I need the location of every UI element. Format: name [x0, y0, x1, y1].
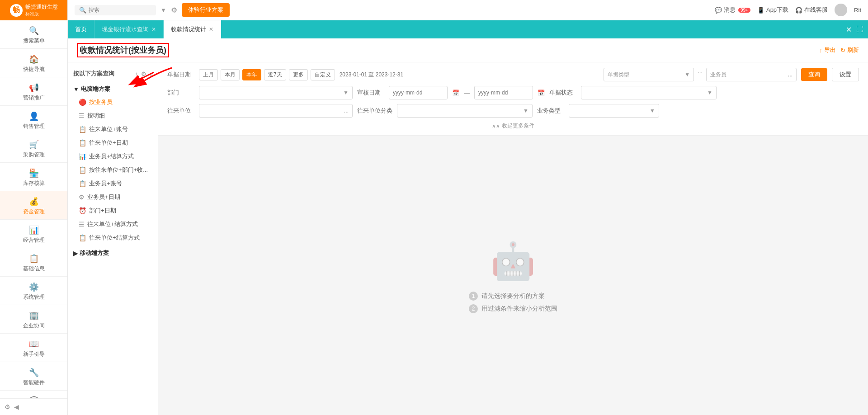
mobile-scheme-group: ▶ 移动端方案 — [68, 247, 158, 259]
query-button[interactable]: 查询 — [801, 68, 827, 81]
export-btn[interactable]: ↑ 导出 — [820, 46, 836, 54]
document-status-select[interactable]: ▼ — [581, 86, 717, 99]
scheme-item-by-salesperson[interactable]: 🔴 按业务员 — [68, 95, 158, 109]
sidebar-item-sales[interactable]: 👤 销售管理 — [0, 106, 67, 134]
tab-bank-flow[interactable]: 现金银行流水查询 ✕ — [94, 20, 164, 38]
sidebar-item-quick-nav[interactable]: 🏠 快捷导航 — [0, 49, 67, 77]
scheme-item-by-unit-date[interactable]: 📋 往来单位+日期 — [68, 136, 158, 150]
left-panel-settings-btn[interactable]: ⚙ — [141, 71, 146, 77]
tab-fullscreen-btn[interactable]: ⛶ — [856, 25, 863, 33]
scheme-item-by-detail[interactable]: ☰ 按明细 — [68, 109, 158, 123]
date-btn-this-month[interactable]: 本月 — [221, 69, 240, 80]
filter-settings-button[interactable]: 设置 — [832, 68, 859, 81]
tip-text-1: 请先选择要分析的方案 — [481, 292, 545, 300]
scheme-item-by-salesperson-settlement[interactable]: 📊 业务员+结算方式 — [68, 150, 158, 163]
calendar-end-icon[interactable]: 📅 — [538, 90, 545, 96]
sidebar-item-guide[interactable]: 📖 新手引导 — [0, 334, 67, 362]
scheme-item-by-salesperson-account[interactable]: 📋 业务员+账号 — [68, 177, 158, 190]
scheme-item-by-unit-settlement1[interactable]: ☰ 往来单位+结算方式 — [68, 217, 158, 231]
topbar-dropdown-arrow[interactable]: ▼ — [160, 7, 166, 14]
tab-collection-close[interactable]: ✕ — [209, 26, 213, 33]
scheme-item-by-unit-account[interactable]: 📋 往来单位+账号 — [68, 123, 158, 136]
date-btn-custom[interactable]: 自定义 — [311, 69, 335, 80]
sidebar-item-finance[interactable]: 💰 资金管理 — [0, 191, 67, 220]
sidebar-item-basics[interactable]: 📋 基础信息 — [0, 248, 67, 277]
app-download-btn[interactable]: 📱 App下载 — [757, 6, 788, 14]
topbar-settings-icon[interactable]: ⚙ — [171, 6, 177, 14]
salesperson-more-btn[interactable]: ... — [788, 71, 793, 78]
business-type-label: 业务类型 — [537, 107, 564, 115]
topbar-right: 💬 消息 99+ 📱 App下载 🎧 在线客服 Rit — [715, 4, 861, 16]
tab-home[interactable]: 首页 — [68, 20, 94, 38]
sidebar-item-system[interactable]: ⚙️ 系统管理 — [0, 277, 67, 305]
review-date-end-input[interactable] — [474, 86, 533, 99]
calendar-start-icon[interactable]: 📅 — [452, 90, 459, 96]
review-date-start-input[interactable] — [389, 86, 448, 99]
message-badge: 99+ — [738, 8, 750, 13]
empty-area: 🤖 1 请先选择要分析的方案 2 用过滤条件来缩小分析范围 — [158, 136, 868, 415]
sidebar-item-purchase[interactable]: 🛒 采购管理 — [0, 134, 67, 163]
tab-collection[interactable]: 收款情况统计 ✕ — [164, 20, 221, 38]
desktop-scheme-label: 电脑端方案 — [81, 85, 110, 93]
business-type-arrow: ▼ — [650, 108, 655, 114]
collapse-btn[interactable]: ∧∧ 收起更多条件 — [167, 122, 859, 130]
sidebar-nav: 🔍 搜索菜单🏠 快捷导航📢 营销推广👤 销售管理🛒 采购管理🏪 库存核算💰 资金… — [0, 20, 67, 398]
partner-type-select[interactable]: ▼ — [397, 104, 533, 118]
salesperson-label: 业务员 — [710, 71, 726, 79]
desktop-scheme-group-header[interactable]: ▼ 电脑端方案 — [68, 83, 158, 95]
refresh-btn[interactable]: ↻ 刷新 — [840, 46, 859, 54]
scheme-by-unit-settlement1-label: 往来单位+结算方式 — [87, 220, 138, 228]
dept-select[interactable]: ▼ — [199, 86, 353, 99]
online-service-btn[interactable]: 🎧 在线客服 — [795, 6, 828, 14]
tip-text-2: 用过滤条件来缩小分析范围 — [481, 305, 557, 313]
refresh-icon: ↻ — [840, 47, 845, 54]
sidebar-item-operations[interactable]: 📊 经营管理 — [0, 220, 67, 248]
export-icon: ↑ — [820, 47, 823, 54]
user-avatar[interactable] — [835, 4, 847, 16]
date-btn-last-month[interactable]: 上月 — [199, 69, 218, 80]
left-panel-add-btn[interactable]: + — [135, 71, 138, 77]
scheme-item-by-unit-dept-collection[interactable]: 📋 按往来单位+部门+收... — [68, 163, 158, 177]
sidebar-search-icon: 🔍 — [29, 26, 39, 36]
scheme-item-by-salesperson-date[interactable]: ⚙ 业务员+日期 — [68, 190, 158, 204]
business-type-select[interactable]: ▼ — [569, 104, 659, 118]
document-type-select[interactable]: 单据类型 ▼ — [604, 68, 694, 81]
sidebar-collapse-btn[interactable]: ◀ — [14, 403, 19, 410]
sidebar-item-inventory[interactable]: 🏪 库存核算 — [0, 163, 67, 191]
scheme-item-by-dept-date[interactable]: ⏰ 部门+日期 — [68, 204, 158, 217]
mobile-scheme-group-header[interactable]: ▶ 移动端方案 — [68, 247, 158, 259]
scheme-by-salesperson-settlement-label: 业务员+结算方式 — [89, 152, 134, 160]
partner-type-arrow: ▼ — [523, 108, 528, 114]
empty-tips: 1 请先选择要分析的方案 2 用过滤条件来缩小分析范围 — [469, 292, 557, 317]
date-btn-more[interactable]: 更多 — [289, 69, 308, 80]
date-btn-7days[interactable]: 近7天 — [264, 69, 286, 80]
scheme-item-by-unit-settlement2[interactable]: 📋 往来单位+结算方式 — [68, 231, 158, 245]
sidebar-basics-label: 基础信息 — [23, 265, 45, 273]
sidebar-footer: ⚙ ◀ — [0, 398, 67, 415]
sidebar-item-enterprise[interactable]: 🏢 企业协同 — [0, 305, 67, 334]
sidebar-operations-label: 经营管理 — [23, 236, 45, 244]
document-type-more-btn[interactable]: ... — [698, 68, 703, 81]
search-input[interactable] — [89, 7, 143, 13]
scheme-by-dept-date-icon: ⏰ — [79, 207, 86, 214]
sidebar-item-search[interactable]: 🔍 搜索菜单 — [0, 20, 67, 49]
date-range-display: 2023-01-01 至 2023-12-31 — [340, 71, 403, 79]
date-btn-this-year[interactable]: 本年 — [242, 69, 261, 80]
search-box[interactable]: 🔍 — [75, 5, 156, 15]
tab-bank-flow-close[interactable]: ✕ — [151, 26, 156, 33]
tab-close-all-btn[interactable]: ✕ — [846, 25, 852, 34]
message-btn[interactable]: 💬 消息 99+ — [715, 6, 750, 14]
scheme-by-salesperson-account-label: 业务员+账号 — [89, 179, 122, 188]
sidebar-item-marketing[interactable]: 📢 营销推广 — [0, 77, 67, 106]
partner-select[interactable]: ... — [199, 104, 353, 118]
date-label: 单据日期 — [167, 71, 194, 79]
trial-btn[interactable]: 体验行业方案 — [182, 3, 230, 17]
partner-more-btn[interactable]: ... — [344, 108, 349, 114]
sidebar-settings-btn[interactable]: ⚙ — [5, 403, 10, 410]
salesperson-select[interactable]: 业务员 ... — [706, 68, 797, 81]
left-panel-header: 按以下方案查询 + ⚙ « — [68, 67, 158, 80]
user-name[interactable]: Rit — [854, 7, 861, 14]
sidebar-item-wechat[interactable]: 💬 企业微信 — [0, 391, 67, 398]
sidebar-item-hardware[interactable]: 🔧 智能硬件 — [0, 362, 67, 391]
left-panel-collapse-btn[interactable]: « — [149, 71, 152, 77]
